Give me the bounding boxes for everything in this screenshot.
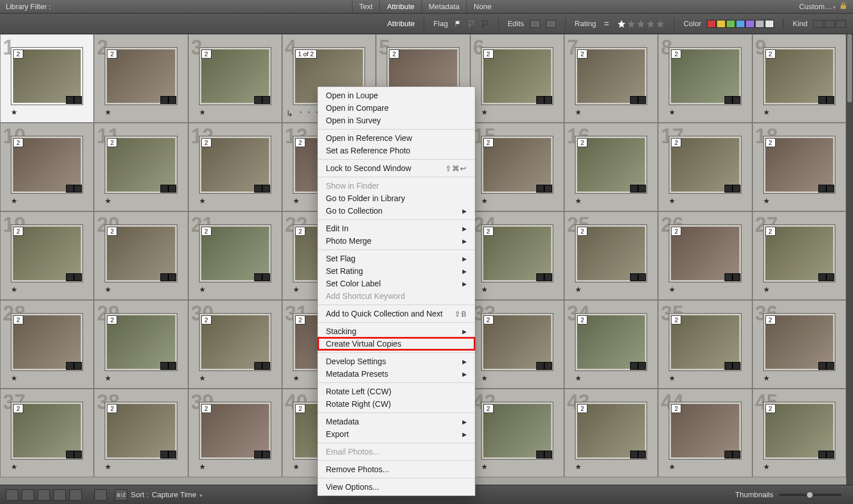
thumbnail-cell[interactable]: 442★ (658, 389, 752, 477)
stack-count-badge[interactable]: 2 (201, 138, 212, 147)
stack-count-badge[interactable]: 2 (107, 315, 117, 324)
crop-badge-icon[interactable] (544, 96, 552, 104)
grid-view-icon[interactable] (6, 489, 18, 501)
develop-badge-icon[interactable] (818, 451, 826, 459)
stack-count-badge[interactable]: 2 (13, 315, 23, 324)
develop-badge-icon[interactable] (536, 185, 544, 193)
rating-star[interactable]: ★ (575, 197, 582, 205)
rating-star[interactable]: ★ (575, 463, 582, 471)
lock-icon[interactable] (839, 2, 847, 11)
rating-star[interactable]: ★ (11, 108, 18, 116)
rating-star[interactable]: ★ (575, 108, 582, 116)
menu-item-photo-merge[interactable]: Photo Merge (318, 235, 475, 247)
stack-count-badge[interactable]: 2 (577, 49, 587, 59)
rating-star[interactable]: ★ (575, 374, 582, 382)
thumbnail-cell[interactable]: 292★ (94, 300, 188, 389)
crop-badge-icon[interactable] (74, 451, 82, 459)
crop-badge-icon[interactable] (74, 185, 82, 193)
develop-badge-icon[interactable] (818, 185, 826, 193)
rating-star[interactable]: ★ (293, 197, 300, 205)
thumbnail-cell[interactable]: 92★ (752, 34, 846, 123)
rating-star[interactable]: ★ (669, 374, 676, 382)
develop-badge-icon[interactable] (630, 273, 638, 281)
crop-badge-icon[interactable] (732, 185, 740, 193)
crop-badge-icon[interactable] (638, 185, 646, 193)
stack-count-badge[interactable]: 2 (483, 138, 494, 147)
stack-count-badge[interactable]: 2 (13, 404, 23, 413)
rating-star[interactable]: ★ (763, 108, 770, 116)
edits-toggle-edited[interactable] (530, 20, 540, 28)
star-2[interactable] (627, 19, 636, 28)
rating-star[interactable]: ★ (763, 463, 770, 471)
thumbnail-cell[interactable]: 102★ (0, 123, 94, 211)
menu-item-open-in-compare[interactable]: Open in Compare (318, 102, 475, 114)
rating-star[interactable]: ★ (481, 285, 488, 294)
develop-badge-icon[interactable] (818, 96, 826, 104)
stack-count-badge[interactable]: 2 (107, 227, 117, 236)
stack-count-badge[interactable]: 2 (13, 227, 23, 236)
rating-star[interactable]: ★ (11, 463, 18, 471)
crop-badge-icon[interactable] (544, 362, 552, 370)
painter-tool-icon[interactable] (94, 489, 107, 501)
rating-star[interactable]: ★ (199, 463, 206, 471)
rating-star[interactable]: ★ (199, 285, 206, 294)
thumbnail-cell[interactable]: 152★ (470, 123, 564, 211)
thumbnail-cell[interactable]: 32★ (188, 34, 282, 123)
stack-count-badge[interactable]: 2 (107, 404, 117, 413)
thumbnail-cell[interactable]: 192★ (0, 211, 94, 300)
stack-count-badge[interactable]: 2 (107, 138, 117, 147)
crop-badge-icon[interactable] (638, 96, 646, 104)
rating-star[interactable]: ★ (293, 463, 300, 471)
rating-star[interactable]: ★ (763, 285, 770, 294)
crop-badge-icon[interactable] (732, 96, 740, 104)
develop-badge-icon[interactable] (66, 96, 74, 104)
compare-view-icon[interactable] (38, 489, 50, 501)
menu-item-stacking[interactable]: Stacking (318, 325, 475, 338)
color-swatch-1[interactable] (717, 20, 726, 28)
rating-operator[interactable]: = (604, 19, 609, 28)
thumbnail-cell[interactable]: 392★ (188, 389, 282, 477)
crop-badge-icon[interactable] (544, 273, 552, 281)
stack-count-badge[interactable]: 2 (201, 49, 212, 59)
develop-badge-icon[interactable] (160, 185, 168, 193)
develop-badge-icon[interactable] (536, 273, 544, 281)
develop-badge-icon[interactable] (254, 96, 262, 104)
stack-count-badge[interactable]: 2 (671, 49, 681, 59)
develop-badge-icon[interactable] (66, 362, 74, 370)
thumbnail-cell[interactable]: 332★ (470, 300, 564, 389)
stack-count-badge[interactable]: 2 (201, 315, 212, 324)
color-swatch-6[interactable] (765, 20, 774, 28)
rating-star[interactable]: ★ (199, 374, 206, 382)
thumbnail-cell[interactable]: 202★ (94, 211, 188, 300)
thumbnail-cell[interactable]: 282★ (0, 300, 94, 389)
develop-badge-icon[interactable] (160, 273, 168, 281)
develop-badge-icon[interactable] (818, 362, 826, 370)
rating-star[interactable]: ★ (11, 285, 18, 294)
thumbnail-cell[interactable]: 62★ (470, 34, 564, 123)
menu-item-metadata-presets[interactable]: Metadata Presets (318, 368, 475, 380)
stack-count-badge[interactable]: 2 (295, 138, 305, 147)
stack-count-badge[interactable]: 2 (483, 49, 494, 59)
thumbnail-cell[interactable]: 272★ (752, 211, 846, 300)
rating-star[interactable]: ★ (293, 374, 300, 382)
stack-count-badge[interactable]: 2 (765, 138, 776, 147)
crop-badge-icon[interactable] (262, 362, 270, 370)
develop-badge-icon[interactable] (66, 185, 74, 193)
star-3[interactable] (636, 19, 645, 28)
crop-badge-icon[interactable] (262, 273, 270, 281)
stack-count-badge[interactable]: 2 (765, 315, 776, 324)
color-swatch-0[interactable] (707, 20, 716, 28)
stack-count-badge[interactable]: 2 (671, 404, 681, 413)
menu-item-export[interactable]: Export (318, 428, 475, 440)
stack-count-badge[interactable]: 2 (201, 227, 212, 236)
kind-virtual-icon[interactable] (825, 20, 835, 28)
star-4[interactable] (646, 19, 655, 28)
develop-badge-icon[interactable] (66, 273, 74, 281)
color-swatch-2[interactable] (726, 20, 735, 28)
crop-badge-icon[interactable] (638, 451, 646, 459)
crop-badge-icon[interactable] (262, 96, 270, 104)
color-swatch-5[interactable] (755, 20, 764, 28)
people-view-icon[interactable] (69, 489, 82, 501)
develop-badge-icon[interactable] (536, 451, 544, 459)
sort-direction-button[interactable]: a↕z (115, 489, 127, 501)
